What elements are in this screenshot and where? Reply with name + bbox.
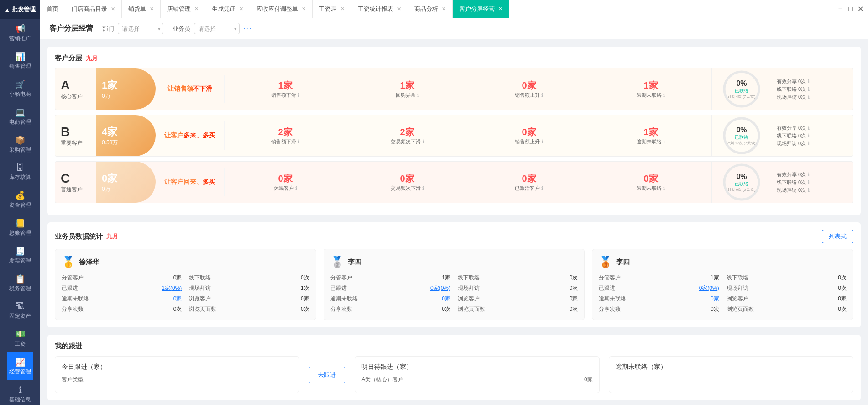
info-icon[interactable]: ℹ: [417, 92, 419, 98]
tab-生成凭证[interactable]: 生成凭证✕: [205, 0, 250, 18]
info-icon[interactable]: ℹ: [663, 139, 665, 145]
info-icon[interactable]: ℹ: [298, 139, 299, 145]
tab-close-2[interactable]: ✕: [150, 6, 154, 12]
sidebar-item-工资[interactable]: 💵工资: [7, 325, 33, 352]
info-icon[interactable]: ℹ: [422, 139, 424, 145]
tier-count-num: 1家: [102, 79, 150, 92]
tab-首页[interactable]: 首页: [40, 0, 65, 18]
tab-close-6[interactable]: ✕: [340, 6, 345, 12]
right-info-item: 线下联络 0次 ℹ: [777, 86, 847, 93]
info-icon[interactable]: ℹ: [663, 185, 665, 191]
more-options-icon[interactable]: ···: [243, 25, 252, 33]
info-icon[interactable]: ℹ: [541, 92, 543, 98]
sidebar-item-采购管理[interactable]: 📦采购管理: [7, 131, 33, 158]
tab-close-7[interactable]: ✕: [397, 6, 401, 12]
tier-metric: 1家 逾期未联络 ℹ: [590, 121, 711, 150]
sidebar-item-固定资产[interactable]: 🏗固定资产: [7, 297, 33, 325]
sidebar-item-税务管理[interactable]: 📋税务管理: [7, 269, 33, 297]
staff-stat-value-1-6: 0次: [442, 305, 450, 313]
tab-店铺管理[interactable]: 店铺管理✕: [161, 0, 205, 18]
overdue-followup-card: 逾期未联络（家）: [609, 356, 853, 393]
tab-label-9: 客户分层经营: [459, 5, 495, 13]
info-icon[interactable]: ℹ: [808, 133, 810, 139]
info-icon[interactable]: ℹ: [298, 92, 299, 98]
info-icon[interactable]: ℹ: [422, 185, 424, 191]
staff-stat-1-3: 现场拜访 0次: [458, 284, 578, 292]
tier-metric-label: 销售额下滑 ℹ: [228, 138, 342, 145]
tier-metric-num: 0家: [594, 173, 708, 185]
sidebar-item-基础信息[interactable]: ℹ基础信息: [7, 380, 33, 405]
tier-metric-label: 交易频次下滑 ℹ: [350, 185, 464, 192]
staff-card-header-2: 🥉 李四: [599, 256, 847, 268]
tier-count-amount: 0万: [102, 185, 150, 193]
info-icon[interactable]: ℹ: [541, 185, 543, 191]
staff-stat-0-0: 分管客户 0家: [62, 274, 182, 282]
tier-letter-B: B: [61, 125, 91, 139]
tier-metric-label: 回购异常 ℹ: [350, 92, 464, 99]
tab-close-1[interactable]: ✕: [111, 6, 115, 12]
tab-工资表[interactable]: 工资表✕: [313, 0, 351, 18]
sidebar-item-发票管理[interactable]: 🧾发票管理: [7, 242, 33, 269]
tab-应收应付调整单[interactable]: 应收应付调整单✕: [250, 0, 313, 18]
staff-stat-0-5: 浏览客户 0家: [189, 295, 309, 303]
sidebar-icon-1: 📊: [9, 52, 31, 62]
tier-row-C: C 普通客户 0家 0万 让客户回来、多买 0家 休眠客户 ℹ 0家 交易频次下…: [55, 161, 853, 203]
staff-stat-value-0-2[interactable]: 1家(0%): [162, 284, 182, 292]
info-icon[interactable]: ℹ: [808, 187, 810, 193]
minimize-icon[interactable]: －: [837, 4, 844, 14]
maximize-icon[interactable]: □: [848, 5, 853, 13]
dept-select[interactable]: 请选择: [118, 23, 163, 34]
tier-right-info-A: 有效分享 0次 ℹ线下联络 0次 ℹ现场拜访 0次 ℹ: [771, 68, 853, 110]
tab-工资统计报表[interactable]: 工资统计报表✕: [351, 0, 408, 18]
sidebar-item-资金管理[interactable]: 💰资金管理: [7, 186, 33, 214]
sidebar-icon-13: ℹ: [9, 385, 31, 395]
tier-metric-label: 销售额上升 ℹ: [472, 92, 586, 99]
tab-close-4[interactable]: ✕: [239, 6, 243, 12]
info-icon[interactable]: ℹ: [808, 94, 810, 100]
staff-stat-value-0-4[interactable]: 0家: [173, 295, 182, 303]
info-icon[interactable]: ℹ: [295, 185, 297, 191]
tab-门店商品目录[interactable]: 门店商品目录✕: [65, 0, 122, 18]
staff-stat-value-1-2[interactable]: 0家(0%): [430, 284, 450, 292]
tab-close-9[interactable]: ✕: [498, 6, 502, 12]
info-icon[interactable]: ℹ: [663, 92, 665, 98]
staff-stat-value-2-4[interactable]: 0家: [711, 295, 719, 303]
goto-followup-button[interactable]: 去跟进: [309, 367, 345, 383]
info-icon[interactable]: ℹ: [541, 139, 543, 145]
sidebar-icon-7: 📒: [9, 218, 31, 228]
sidebar-item-总账管理[interactable]: 📒总账管理: [7, 214, 33, 242]
staff-stat-value-2-2[interactable]: 0家(0%): [699, 284, 719, 292]
info-icon[interactable]: ℹ: [808, 141, 810, 147]
tab-客户分层经营[interactable]: 客户分层经营✕: [453, 0, 509, 18]
info-icon[interactable]: ℹ: [808, 86, 810, 92]
sidebar-logo[interactable]: ▲ 批发管理: [0, 0, 40, 19]
tier-metric-label: 逾期未联络 ℹ: [594, 92, 708, 99]
staff-select[interactable]: 请选择: [194, 23, 240, 34]
tab-close-5[interactable]: ✕: [302, 6, 306, 12]
sidebar-item-销售管理[interactable]: 📊销售管理: [7, 47, 33, 75]
sidebar-item-电商管理[interactable]: 💻电商管理: [7, 103, 33, 131]
tab-label-5: 应收应付调整单: [256, 5, 298, 13]
close-icon[interactable]: ✕: [858, 5, 863, 13]
sidebar-item-小畅电商[interactable]: 🛒小畅电商: [7, 75, 33, 103]
sidebar-item-营销推广[interactable]: 📢营销推广: [7, 19, 33, 47]
tab-close-3[interactable]: ✕: [194, 6, 199, 12]
sidebar-item-库存核算[interactable]: 🗄库存核算: [7, 158, 33, 186]
staff-stat-label-1-7: 浏览页面数: [458, 305, 485, 313]
sidebar-label-5: 库存核算: [9, 174, 31, 181]
tab-close-8[interactable]: ✕: [442, 6, 446, 12]
info-icon[interactable]: ℹ: [808, 172, 810, 178]
staff-stat-value-1-4[interactable]: 0家: [442, 295, 450, 303]
tab-销货单[interactable]: 销货单✕: [122, 0, 161, 18]
sidebar-item-经营管理[interactable]: 📈经营管理: [7, 352, 33, 380]
sidebar-label-4: 采购管理: [9, 146, 31, 154]
info-icon[interactable]: ℹ: [808, 179, 810, 185]
info-icon[interactable]: ℹ: [808, 125, 810, 131]
sidebar-icon-9: 📋: [9, 274, 31, 284]
tab-商品分析[interactable]: 商品分析✕: [408, 0, 453, 18]
tier-name-C: 普通客户: [61, 186, 91, 194]
list-view-button[interactable]: 列表式: [822, 230, 853, 243]
staff-stat-value-0-7: 0次: [301, 305, 309, 313]
tier-metric-num: 1家: [594, 79, 708, 92]
info-icon[interactable]: ℹ: [808, 79, 810, 84]
